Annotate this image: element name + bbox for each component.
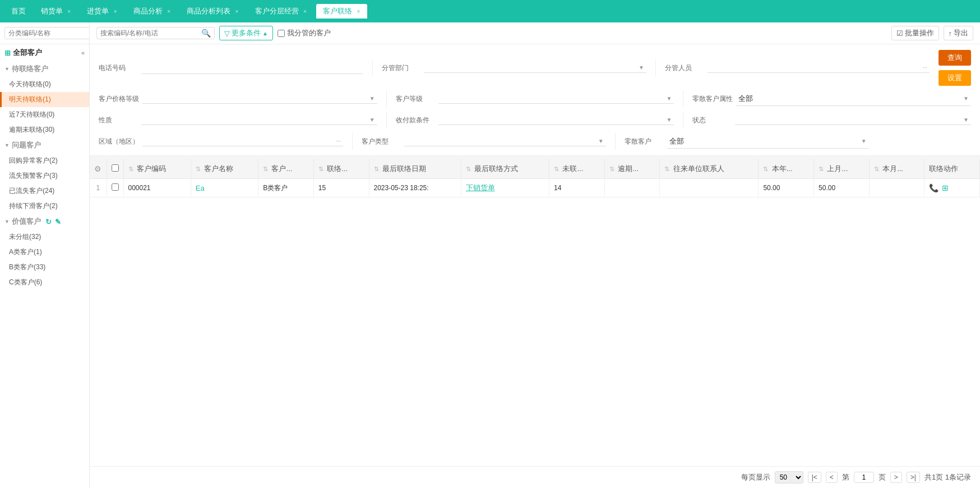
nav-home[interactable]: 首页: [6, 4, 31, 19]
table-settings-icon[interactable]: ⚙: [94, 164, 101, 173]
nature-select[interactable]: ▼: [141, 115, 377, 125]
next-page-btn[interactable]: >: [890, 472, 902, 483]
sort-type-icon[interactable]: ⇅: [263, 165, 268, 172]
sidebar-item-tomorrow[interactable]: 明天待联络(1): [0, 92, 89, 107]
sidebar-search-input[interactable]: [4, 27, 90, 39]
main-layout: 🔍 ⊞ 全部客户 « ▼ 待联络客户 今天待联络(0) 明天待联络(1) 近7天…: [0, 22, 980, 488]
status-select[interactable]: ▼: [735, 115, 971, 125]
sidebar-group-value: ▼ 价值客户 ↻ ✎: [0, 214, 89, 229]
customer-level-label: 客户等级: [396, 94, 435, 104]
table-row: 1 000021 Ea B类客户 15 2023-05-23 18:25: 下销…: [90, 179, 980, 197]
sidebar-item-repurchase[interactable]: 回购异常客户(2): [0, 153, 89, 168]
person-label: 分管人员: [665, 63, 704, 73]
phone-label: 电话号码: [99, 63, 138, 73]
customer-name-link[interactable]: Ea: [196, 184, 205, 192]
sidebar-item-class-a[interactable]: A类客户(1): [0, 245, 89, 260]
sort-name-icon[interactable]: ⇅: [196, 165, 201, 172]
close-purchase-icon[interactable]: ×: [113, 8, 117, 15]
chevron-up-icon: ▲: [262, 30, 268, 36]
phone-input[interactable]: [141, 62, 363, 74]
table-header-row: ⚙ ⇅ 客户编码 ⇅ 客户名称: [90, 159, 980, 179]
last-page-btn[interactable]: >|: [907, 472, 920, 483]
sort-this-month-icon[interactable]: ⇅: [874, 165, 879, 172]
query-btn[interactable]: 查询: [939, 50, 971, 66]
td-last-contact-date: 2023-05-23 18:25:: [369, 179, 461, 197]
current-page-input[interactable]: [854, 472, 874, 483]
region-select[interactable]: ···: [142, 136, 343, 146]
filter-customer-type: 客户类型 ▼: [362, 136, 606, 146]
sidebar-item-lost-risk[interactable]: 流失预警客户(3): [0, 168, 89, 183]
td-last-contact-method: 下销货单: [461, 179, 549, 197]
export-btn[interactable]: ↑ 导出: [944, 26, 974, 40]
nav-item-sales[interactable]: 销货单 ×: [34, 4, 77, 19]
td-name: Ea: [191, 179, 258, 197]
search-input[interactable]: [100, 29, 201, 37]
filter-customer-level: 客户等级 ▼: [396, 94, 674, 104]
customer-type-select[interactable]: ▼: [404, 136, 606, 146]
settings-btn[interactable]: 设置: [939, 70, 971, 86]
filter-row-4: 区域（地区） ··· 客户类型 ▼ 零散客户: [99, 133, 971, 150]
customer-level-select[interactable]: ▼: [438, 94, 674, 104]
close-customer-contact-icon[interactable]: ×: [357, 8, 360, 15]
sidebar-item-class-b[interactable]: B类客户(33): [0, 260, 89, 275]
divider-8: [615, 133, 616, 150]
status-arrow-icon: ▼: [963, 117, 969, 123]
nav-item-customer-contact[interactable]: 客户联络 ×: [316, 4, 367, 19]
contact-method-link[interactable]: 下销货单: [466, 183, 495, 192]
refresh-value-icon[interactable]: ↻: [45, 218, 52, 226]
sort-date-icon[interactable]: ⇅: [374, 165, 379, 172]
sidebar-item-week7[interactable]: 近7天待联络(0): [0, 107, 89, 122]
payment-arrow-icon: ▼: [666, 117, 672, 123]
nav-item-analysis-list[interactable]: 商品分析列表 ×: [180, 4, 245, 19]
row-checkbox[interactable]: [112, 183, 119, 191]
select-all-checkbox[interactable]: [112, 164, 119, 172]
triangle-icon-2: ▼: [4, 142, 10, 148]
price-level-select[interactable]: ▼: [142, 94, 377, 104]
close-customer-seg-icon[interactable]: ×: [303, 8, 307, 15]
more-conditions-btn[interactable]: ▽ 更多条件 ▲: [219, 26, 273, 40]
sort-person-icon[interactable]: ⇅: [664, 165, 669, 172]
sidebar-item-overdue[interactable]: 逾期未联络(30): [0, 122, 89, 137]
sort-overdue-icon[interactable]: ⇅: [609, 165, 614, 172]
retail-customer-select[interactable]: 全部 ▼: [667, 135, 869, 149]
sidebar-item-class-c[interactable]: C类客户(6): [0, 275, 89, 290]
nature-arrow-icon: ▼: [369, 117, 375, 123]
filter-person: 分管人员 ···: [665, 63, 930, 73]
sort-contacts-icon[interactable]: ⇅: [318, 165, 323, 172]
my-customers-checkbox[interactable]: 我分管的客户: [278, 28, 331, 38]
phone-action-icon[interactable]: 📞: [929, 183, 939, 192]
per-page-select[interactable]: 50 100 200: [775, 471, 803, 484]
sidebar-item-ungrouped[interactable]: 未分组(32): [0, 229, 89, 245]
close-sales-icon[interactable]: ×: [67, 8, 71, 15]
dept-select[interactable]: ▼: [424, 63, 646, 73]
nav-item-analysis[interactable]: 商品分析 ×: [127, 4, 177, 19]
nav-item-purchase[interactable]: 进货单 ×: [80, 4, 123, 19]
prev-page-btn[interactable]: <: [826, 472, 838, 483]
payment-select[interactable]: ▼: [438, 115, 674, 125]
grid-action-icon[interactable]: ⊞: [942, 183, 949, 192]
sidebar-item-today[interactable]: 今天待联络(0): [0, 77, 89, 92]
td-last-month: 50.00: [814, 179, 870, 197]
nav-item-customer-seg[interactable]: 客户分层经营 ×: [248, 4, 313, 19]
edit-value-icon[interactable]: ✎: [55, 218, 61, 226]
sort-year-icon[interactable]: ⇅: [763, 165, 768, 172]
th-this-year: ⇅ 本年...: [759, 159, 814, 179]
close-analysis-icon[interactable]: ×: [167, 8, 170, 15]
sort-method-icon[interactable]: ⇅: [466, 165, 471, 172]
sort-uncontacted-icon[interactable]: ⇅: [554, 165, 559, 172]
retail-attr-select[interactable]: 全部 ▼: [736, 92, 971, 106]
retail-customer-arrow-icon: ▼: [861, 138, 867, 144]
sidebar-item-lost[interactable]: 已流失客户(24): [0, 183, 89, 199]
person-select[interactable]: ···: [708, 63, 930, 73]
price-level-label: 客户价格等级: [99, 94, 139, 104]
sidebar-all-customers[interactable]: ⊞ 全部客户 «: [0, 44, 89, 61]
search-icon[interactable]: 🔍: [201, 29, 211, 38]
sidebar-item-continuous-down[interactable]: 持续下滑客户(2): [0, 199, 89, 214]
filter-payment: 收付款条件 ▼: [396, 115, 674, 125]
my-customers-check[interactable]: [278, 30, 285, 37]
close-analysis-list-icon[interactable]: ×: [235, 8, 238, 15]
sort-code-icon[interactable]: ⇅: [128, 165, 133, 172]
first-page-btn[interactable]: |<: [808, 472, 821, 483]
sort-last-month-icon[interactable]: ⇅: [819, 165, 824, 172]
batch-op-btn[interactable]: ☑ 批量操作: [891, 26, 939, 40]
